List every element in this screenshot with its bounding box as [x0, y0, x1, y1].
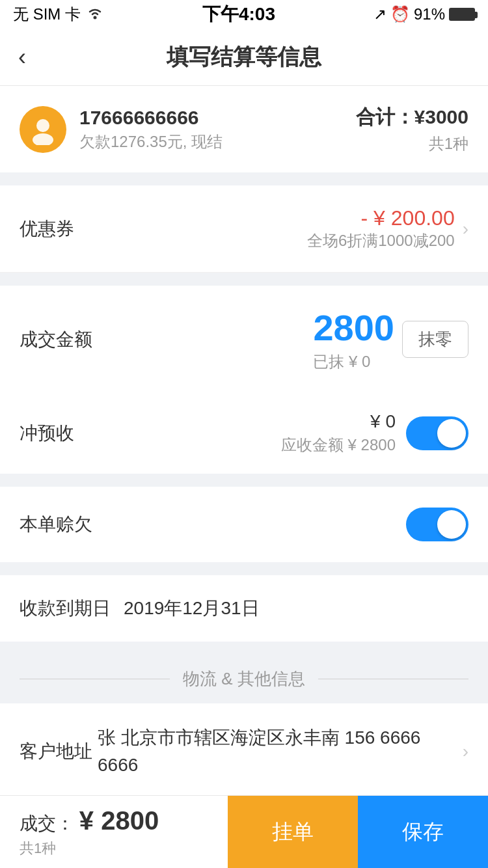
address-value: 张 北京市市辖区海淀区永丰南 156 6666 6666: [98, 724, 463, 779]
address-row[interactable]: 客户地址 张 北京市市辖区海淀区永丰南 156 6666 6666 ›: [0, 703, 488, 800]
deal-amount-value: 2800: [313, 306, 394, 349]
svg-point-0: [94, 16, 97, 20]
total-label: 合计：: [356, 106, 414, 128]
coupon-row[interactable]: 优惠券 - ¥ 200.00 全场6折满1000减200 ›: [0, 185, 488, 273]
credit-order-toggle[interactable]: [406, 508, 468, 541]
total-value: ¥3000: [414, 106, 468, 128]
divider-label: 物流 & 其他信息: [183, 668, 305, 690]
avatar: [20, 106, 66, 153]
coupon-label: 优惠券: [20, 217, 74, 241]
back-button[interactable]: ‹: [18, 44, 26, 71]
save-button[interactable]: 保存: [358, 796, 488, 869]
wifi-icon: [86, 5, 104, 23]
presale-values: ¥ 0 应收金额 ¥ 2800: [281, 411, 396, 455]
gap1: [0, 172, 488, 185]
address-label: 客户地址: [20, 739, 98, 764]
total-count: 共1种: [356, 133, 468, 154]
gap5: [0, 642, 488, 655]
user-total: 合计：¥3000 共1种: [356, 104, 468, 154]
credit-order-toggle-thumb: [437, 510, 466, 539]
due-date-label: 收款到期日: [20, 596, 111, 621]
sim-status: 无 SIM 卡: [13, 4, 81, 25]
total-amount: 合计：¥3000: [356, 104, 468, 131]
coupon-value: - ¥ 200.00: [307, 206, 455, 230]
battery-percent: 91%: [414, 5, 445, 23]
credit-order-label: 本单赊欠: [20, 512, 92, 537]
page-title: 填写结算等信息: [167, 42, 321, 72]
bottom-deal-label: 成交： ¥ 2800: [20, 806, 208, 836]
deal-amount-block: 2800 已抹 ¥ 0: [313, 306, 394, 372]
divider-left: [20, 679, 170, 679]
hang-button[interactable]: 挂单: [228, 796, 358, 869]
coupon-chevron: ›: [463, 219, 468, 239]
presale-row: 冲预收 ¥ 0 应收金额 ¥ 2800: [0, 393, 488, 474]
due-date-row: 收款到期日 2019年12月31日: [0, 575, 488, 642]
deal-amount-label: 成交金额: [20, 327, 92, 352]
presale-right: ¥ 0 应收金额 ¥ 2800: [281, 411, 468, 455]
alarm-icon: ⏰: [390, 5, 410, 23]
status-time: 下午4:03: [202, 2, 275, 27]
status-left: 无 SIM 卡: [13, 4, 104, 25]
deal-prefix: 成交：: [20, 813, 74, 834]
address-chevron: ›: [463, 741, 468, 762]
gap4: [0, 562, 488, 575]
presale-toggle[interactable]: [406, 416, 468, 450]
presale-toggle-thumb: [437, 419, 466, 448]
user-phone: 17666666666: [79, 107, 356, 129]
presale-amount: ¥ 0: [281, 411, 396, 432]
presale-label: 冲预收: [20, 421, 74, 446]
battery-icon: [449, 8, 475, 21]
user-details: 17666666666 欠款1276.35元, 现结: [79, 107, 356, 152]
divider-right: [318, 679, 468, 679]
status-right: ↗ ⏰ 91%: [373, 5, 475, 23]
presale-sub: 应收金额 ¥ 2800: [281, 435, 396, 455]
svg-point-1: [36, 119, 49, 132]
deal-amount-sub: 已抹 ¥ 0: [313, 351, 394, 372]
deal-amount-right: 2800 已抹 ¥ 0 抹零: [313, 306, 468, 372]
nav-bar: ‹ 填写结算等信息: [0, 29, 488, 86]
section-divider: 物流 & 其他信息: [0, 655, 488, 703]
user-info-row: 17666666666 欠款1276.35元, 现结 合计：¥3000 共1种: [0, 86, 488, 172]
bottom-count: 共1种: [20, 839, 208, 858]
gap3: [0, 474, 488, 487]
bottom-deal-amount: ¥ 2800: [79, 806, 159, 835]
status-bar: 无 SIM 卡 下午4:03 ↗ ⏰ 91%: [0, 0, 488, 29]
coupon-value-block: - ¥ 200.00 全场6折满1000减200: [307, 206, 455, 251]
svg-point-2: [33, 133, 53, 145]
coupon-right: - ¥ 200.00 全场6折满1000减200 ›: [307, 206, 468, 251]
round-zero-button[interactable]: 抹零: [402, 321, 468, 358]
credit-order-row: 本单赊欠: [0, 487, 488, 562]
bottom-summary: 成交： ¥ 2800 共1种: [0, 806, 228, 858]
due-date-value: 2019年12月31日: [124, 596, 260, 621]
gap2: [0, 273, 488, 286]
coupon-sub: 全场6折满1000减200: [307, 230, 455, 251]
bottom-bar: 成交： ¥ 2800 共1种 挂单 保存: [0, 795, 488, 868]
location-icon: ↗: [373, 5, 386, 23]
user-sub: 欠款1276.35元, 现结: [79, 131, 356, 152]
deal-amount-row: 成交金额 2800 已抹 ¥ 0 抹零: [0, 286, 488, 393]
